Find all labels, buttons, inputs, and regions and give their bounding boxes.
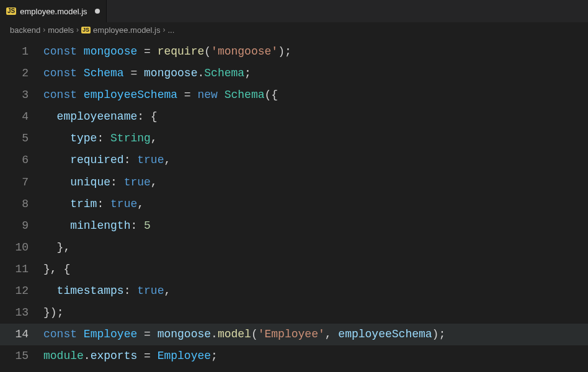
breadcrumb-symbol[interactable]: ...	[167, 25, 174, 35]
line-number: 1	[0, 41, 43, 63]
line-number: 2	[0, 63, 43, 84]
line-number: 10	[0, 237, 43, 259]
chevron-right-icon: ›	[43, 25, 45, 34]
line-number: 4	[0, 106, 43, 128]
code-line[interactable]: 13 });	[0, 302, 588, 324]
line-number: 15	[0, 345, 43, 367]
code-line[interactable]: 6 required: true,	[0, 149, 588, 171]
code-line[interactable]: 4 employeename: {	[0, 106, 588, 128]
line-number: 11	[0, 259, 43, 280]
chevron-right-icon: ›	[76, 25, 79, 34]
tab-employee-model[interactable]: JS employee.model.js	[0, 0, 107, 22]
js-icon: JS	[6, 7, 16, 15]
line-number: 9	[0, 215, 43, 237]
code-line[interactable]: 1 const mongoose = require('mongoose');	[0, 41, 588, 63]
line-number: 3	[0, 84, 43, 106]
code-line[interactable]: 15 module.exports = Employee;	[0, 345, 588, 367]
js-icon: JS	[81, 27, 91, 33]
line-number: 14	[0, 324, 43, 345]
code-line[interactable]: 3 const employeeSchema = new Schema({	[0, 84, 588, 106]
code-line[interactable]: 2 const Schema = mongoose.Schema;	[0, 63, 588, 84]
code-line[interactable]: 5 type: String,	[0, 128, 588, 149]
line-number: 5	[0, 128, 43, 149]
code-line[interactable]: 14 const Employee = mongoose.model('Empl…	[0, 324, 588, 345]
code-line[interactable]: 12 timestamps: true,	[0, 280, 588, 302]
line-number: 12	[0, 280, 43, 302]
code-editor[interactable]: 1 const mongoose = require('mongoose'); …	[0, 37, 588, 367]
breadcrumb-backend[interactable]: backend	[10, 25, 40, 35]
code-line[interactable]: 10 },	[0, 237, 588, 259]
line-number: 8	[0, 193, 43, 215]
breadcrumb-file[interactable]: employee.model.js	[93, 25, 160, 35]
line-number: 13	[0, 302, 43, 324]
tab-filename: employee.model.js	[20, 7, 87, 16]
code-line[interactable]: 7 unique: true,	[0, 172, 588, 193]
breadcrumb-models[interactable]: models	[48, 25, 74, 35]
line-number: 6	[0, 149, 43, 171]
chevron-right-icon: ›	[163, 25, 165, 34]
code-line[interactable]: 9 minlength: 5	[0, 215, 588, 237]
dirty-indicator-icon	[95, 9, 100, 14]
code-line[interactable]: 11 }, {	[0, 259, 588, 280]
tab-bar: JS employee.model.js	[0, 0, 588, 22]
line-number: 7	[0, 172, 43, 193]
breadcrumb: backend › models › JS employee.model.js …	[0, 22, 588, 37]
code-line[interactable]: 8 trim: true,	[0, 193, 588, 215]
